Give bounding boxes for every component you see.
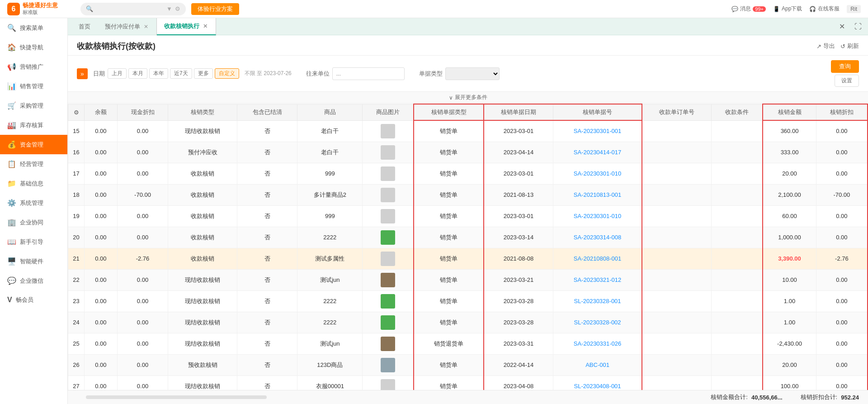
cell-verify-no[interactable]: SA-20230321-012 — [553, 269, 642, 290]
query-btn[interactable]: 查询 — [831, 60, 859, 73]
filter-expand-btn[interactable]: » — [77, 68, 88, 79]
user-avatar[interactable]: Rit — [847, 5, 861, 13]
verify-no-link[interactable]: SA-20230301-010 — [574, 213, 622, 219]
sidebar-item-purchase[interactable]: 🛒 采购管理 — [0, 96, 67, 115]
cell-verify-type: 现结收款核销 — [168, 290, 237, 312]
search-input[interactable] — [96, 6, 164, 12]
maximize-btn[interactable]: ⛶ — [852, 20, 864, 33]
filter-doc-type-select[interactable] — [445, 67, 500, 80]
col-header-goods: 商品 — [297, 104, 363, 120]
cell-goods: 多计量商品2 — [297, 184, 363, 205]
cell-verify-amount: 60.00 — [763, 205, 816, 227]
refresh-btn[interactable]: ↺ 刷新 — [840, 42, 859, 50]
verify-no-link[interactable]: SL-20230328-002 — [574, 319, 621, 326]
cell-doc-verify-type: 销货单 — [414, 312, 484, 333]
sidebar-item-hardware[interactable]: 🖥️ 智能硬件 — [0, 252, 67, 271]
export-btn[interactable]: ↗ 导出 — [816, 42, 835, 50]
cell-goods: 测试jun — [297, 269, 363, 290]
dropdown-icon[interactable]: ▼ — [166, 5, 172, 12]
tab-home[interactable]: 首页 — [71, 23, 98, 31]
cell-receipt-condition — [712, 163, 763, 184]
search-box[interactable]: 🔍 ▼ ⚙ — [80, 3, 186, 15]
tab-prepay[interactable]: 预付冲应付单 ✕ — [98, 18, 157, 35]
cell-goods: 2222 — [297, 227, 363, 248]
goods-thumbnail — [381, 124, 395, 138]
filter-counterpart-input[interactable] — [332, 67, 405, 80]
sidebar-item-marketing[interactable]: 📢 营销推广 — [0, 57, 67, 76]
page-header-actions: ↗ 导出 ↺ 刷新 — [816, 42, 859, 50]
expand-more-bar[interactable]: ∨ 展开更多条件 — [68, 92, 868, 104]
filter-last-month[interactable]: 上月 — [108, 68, 127, 79]
cell-verify-type: 现结收款核销 — [168, 375, 237, 390]
cell-goods-img — [363, 312, 414, 333]
cell-verify-no[interactable]: SA-20210808-001 — [553, 248, 642, 269]
cell-include-settled: 否 — [237, 269, 297, 290]
verify-no-link[interactable]: SA-20230314-008 — [574, 234, 622, 241]
cell-verify-no[interactable]: SA-20230331-026 — [553, 333, 642, 354]
sidebar-item-search-menu[interactable]: 🔍 搜索菜单 — [0, 18, 67, 38]
sidebar-item-enterprise[interactable]: 🏢 企业协同 — [0, 213, 67, 232]
verify-no-link[interactable]: SL-20230408-001 — [574, 383, 621, 390]
message-btn[interactable]: 💬 消息 99+ — [731, 5, 766, 13]
page-header: 收款核销执行(按收款) ↗ 导出 ↺ 刷新 — [68, 35, 868, 56]
cell-verify-no[interactable]: SA-20230301-010 — [553, 163, 642, 184]
verify-no-link[interactable]: SA-20230414-017 — [574, 149, 622, 156]
cell-verify-no[interactable]: SA-20230301-010 — [553, 205, 642, 227]
sidebar-item-operations[interactable]: 📋 经营管理 — [0, 154, 67, 174]
sidebar-item-sales[interactable]: 📊 销售管理 — [0, 76, 67, 96]
sidebar-item-finance[interactable]: 💰 资金管理 — [0, 135, 67, 154]
cell-verify-no[interactable]: SL-20230328-002 — [553, 312, 642, 333]
finance-icon: 💰 — [7, 140, 16, 149]
verify-no-link[interactable]: SA-20230301-010 — [574, 170, 622, 177]
sidebar-item-inventory[interactable]: 🏭 库存核算 — [0, 115, 67, 135]
table-row: 210.00-2.76收款核销否测试多属性销货单2021-08-08SA-202… — [68, 248, 868, 269]
cell-include-settled: 否 — [237, 120, 297, 142]
table-container[interactable]: ⚙ 余额 现金折扣 核销类型 包含已结清 商品 商品图片 核销单据类型 核销单据… — [68, 104, 868, 390]
verify-no-link[interactable]: SA-20230331-026 — [574, 340, 622, 347]
cell-doc-verify-type: 销货单 — [414, 290, 484, 312]
set-btn[interactable]: 设置 — [835, 75, 859, 87]
verify-no-link[interactable]: SL-20230328-001 — [574, 298, 621, 304]
sidebar-item-member[interactable]: V 畅会员 — [0, 290, 67, 309]
app-download-btn[interactable]: 📱 App下载 — [773, 5, 802, 13]
cell-balance: 0.00 — [85, 205, 118, 227]
filter-custom[interactable]: 自定义 — [215, 68, 239, 79]
filter-this-year[interactable]: 本年 — [149, 68, 168, 79]
cell-verify-no[interactable]: SA-20230314-008 — [553, 227, 642, 248]
sidebar-item-wechat[interactable]: 💬 企业微信 — [0, 271, 67, 290]
cell-verify-date: 2023-04-08 — [484, 375, 553, 390]
filter-last7[interactable]: 近7天 — [170, 68, 192, 79]
cell-verify-no[interactable]: SL-20230408-001 — [553, 375, 642, 390]
cell-cash-discount: 0.00 — [117, 269, 168, 290]
cell-goods: 2222 — [297, 290, 363, 312]
cell-verify-no[interactable]: ABC-001 — [553, 354, 642, 375]
verify-no-link[interactable]: SA-20230301-001 — [574, 128, 622, 134]
filter-more[interactable]: 更多 — [194, 68, 213, 79]
sidebar-item-quick-nav[interactable]: 🏠 快捷导航 — [0, 38, 67, 57]
cell-verify-no[interactable]: SA-20230414-017 — [553, 142, 642, 163]
cell-verify-no[interactable]: SA-20210813-001 — [553, 184, 642, 205]
cell-receipt-condition — [712, 205, 763, 227]
tab-verify-close[interactable]: ✕ — [202, 22, 208, 30]
app-logo: 6 畅捷通好生意 标准版 — [7, 2, 75, 16]
verify-no-link[interactable]: SA-20210808-001 — [574, 255, 622, 262]
online-service-btn[interactable]: 🎧 在线客服 — [809, 5, 840, 13]
cell-verify-no[interactable]: SA-20230301-001 — [553, 120, 642, 142]
verify-no-link[interactable]: SA-20210813-001 — [574, 191, 622, 198]
cell-verify-discount: 0.00 — [816, 333, 868, 354]
settings-icon[interactable]: ⚙ — [175, 5, 180, 12]
col-header-settings[interactable]: ⚙ — [68, 104, 85, 120]
tab-verify[interactable]: 收款核销执行 ✕ — [157, 18, 216, 35]
tab-prepay-close[interactable]: ✕ — [143, 23, 149, 31]
sidebar-item-system[interactable]: ⚙️ 系统管理 — [0, 193, 67, 213]
verify-no-link[interactable]: ABC-001 — [585, 361, 609, 368]
sidebar-item-basic-info[interactable]: 📁 基础信息 — [0, 174, 67, 193]
industry-btn[interactable]: 体验行业方案 — [191, 3, 239, 15]
scroll-bar[interactable] — [86, 395, 267, 399]
cell-verify-no[interactable]: SL-20230328-001 — [553, 290, 642, 312]
cell-verify-date: 2023-03-01 — [484, 120, 553, 142]
close-window-btn[interactable]: ✕ — [835, 20, 848, 33]
verify-no-link[interactable]: SA-20230321-012 — [574, 276, 622, 283]
filter-this-month[interactable]: 本月 — [128, 68, 147, 79]
sidebar-item-guide[interactable]: 📖 新手引导 — [0, 232, 67, 252]
